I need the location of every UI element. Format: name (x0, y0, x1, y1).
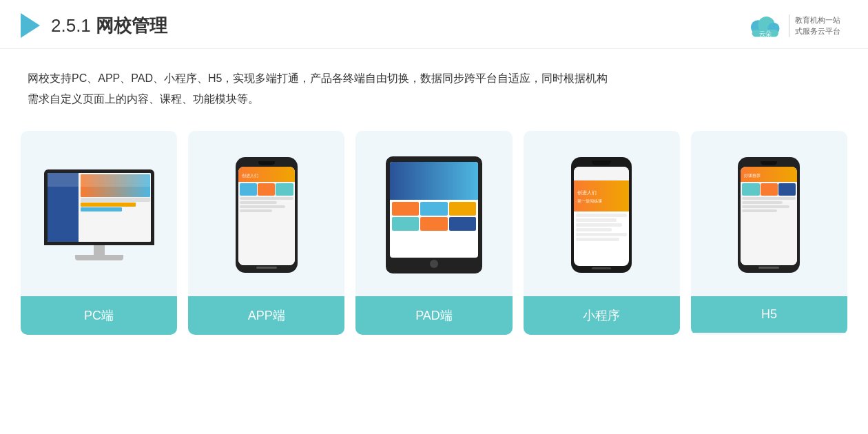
brand-tagline2: 式服务云平台 (795, 25, 840, 37)
page-title: 2.5.1 网校管理 (51, 14, 167, 38)
device-card-h5: 好课推荐 (691, 131, 847, 335)
section-title: 网校管理 (96, 15, 167, 36)
h5-phone-icon: 好课推荐 (738, 157, 800, 273)
miniprogram-image-area: 创进人们 第一堂闯练课 (524, 131, 680, 296)
description-line2: 需求自定义页面上的内容、课程、功能模块等。 (28, 89, 840, 110)
brand-text: 教育机构一站 式服务云平台 (789, 14, 840, 37)
miniprogram-label: 小程序 (524, 296, 680, 335)
pad-label: PAD端 (355, 296, 512, 335)
svg-text:第一堂闯练课: 第一堂闯练课 (577, 199, 602, 203)
pc-monitor-icon (44, 169, 154, 260)
device-card-miniprogram: 创进人们 第一堂闯练课 (524, 131, 680, 335)
brand-tagline1: 教育机构一站 (795, 14, 840, 26)
section-number: 2.5.1 (51, 15, 91, 36)
app-label: APP端 (188, 296, 344, 335)
svg-text:云朵: 云朵 (759, 30, 772, 37)
svg-text:好课推荐: 好课推荐 (744, 174, 761, 178)
pad-tablet-icon (386, 156, 482, 273)
pad-image-area (355, 131, 512, 296)
logo-triangle-icon (21, 13, 40, 38)
header-left: 2.5.1 网校管理 (21, 13, 167, 38)
pc-label: PC端 (21, 296, 177, 335)
device-card-pc: PC端 (21, 131, 177, 335)
pc-image-area (21, 131, 177, 296)
device-cards-section: PC端 创进人们 (0, 124, 868, 349)
description-section: 网校支持PC、APP、PAD、小程序、H5，实现多端打通，产品各终端自由切换，数… (0, 49, 868, 124)
device-card-app: 创进人们 (188, 131, 344, 335)
svg-text:创进人们: 创进人们 (577, 190, 597, 196)
description-line1: 网校支持PC、APP、PAD、小程序、H5，实现多端打通，产品各终端自由切换，数… (28, 68, 840, 89)
h5-image-area: 好课推荐 (691, 131, 847, 296)
cloud-icon: 云朵 (746, 12, 782, 39)
page-header: 2.5.1 网校管理 云朵 教育机构一站 式服务云平台 (0, 0, 868, 49)
device-card-pad: PAD端 (355, 131, 512, 335)
svg-text:创进人们: 创进人们 (242, 174, 258, 178)
miniprogram-phone-icon: 创进人们 第一堂闯练课 (571, 157, 632, 273)
h5-label: H5 (691, 296, 847, 333)
app-image-area: 创进人们 (188, 131, 344, 296)
brand-logo: 云朵 教育机构一站 式服务云平台 (746, 12, 840, 39)
app-phone-icon: 创进人们 (236, 157, 298, 273)
